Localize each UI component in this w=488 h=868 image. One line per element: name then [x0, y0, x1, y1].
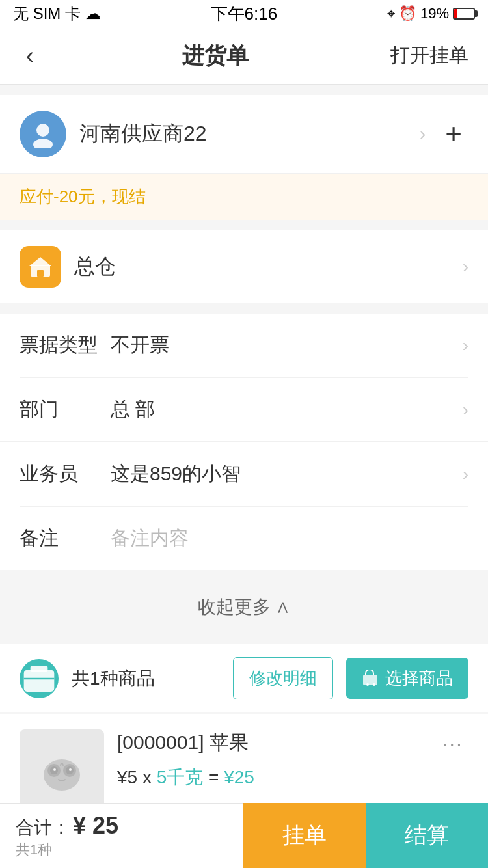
- price-multiply: x: [142, 767, 157, 787]
- svg-point-10: [373, 683, 375, 686]
- product-name: [0000001] 苹果: [117, 729, 424, 756]
- alarm-icon: ⏰: [399, 5, 416, 22]
- select-product-button[interactable]: 选择商品: [346, 658, 468, 699]
- supplier-chevron-icon: ›: [420, 124, 426, 144]
- svg-point-0: [36, 124, 49, 137]
- svg-rect-4: [37, 270, 44, 277]
- total-sub: 共1种: [16, 840, 228, 860]
- battery-icon: [453, 8, 475, 20]
- supplier-section: 河南供应商22 › + 应付-20元，现结: [0, 95, 488, 220]
- supplier-avatar: [20, 111, 66, 157]
- dept-value: 总 部: [111, 396, 463, 423]
- remark-row[interactable]: 备注 备注内容: [0, 507, 488, 570]
- product-quantity: 5千克: [157, 767, 204, 787]
- nav-bar: ‹ 进货单 打开挂单: [0, 27, 488, 85]
- product-title: 苹果: [210, 731, 249, 753]
- warehouse-chevron-icon: ›: [463, 256, 468, 277]
- status-bar: 无 SIM 卡 ☁ 下午6:16 ⌖ ⏰ 19%: [0, 0, 488, 27]
- svg-point-17: [69, 768, 72, 771]
- invoice-chevron-icon: ›: [463, 335, 468, 356]
- svg-point-9: [366, 683, 369, 686]
- status-left: 无 SIM 卡 ☁: [13, 3, 101, 24]
- warehouse-section[interactable]: 总仓 ›: [0, 230, 488, 303]
- select-product-label: 选择商品: [385, 667, 453, 690]
- invoice-label: 票据类型: [20, 332, 111, 359]
- form-section: 票据类型 不开票 › 部门 总 部 › 业务员 这是859的小智 › 备注 备注…: [0, 314, 488, 570]
- svg-point-16: [53, 768, 56, 771]
- dept-row[interactable]: 部门 总 部 ›: [0, 378, 488, 442]
- product-subtotal: ¥25: [224, 767, 254, 787]
- add-button[interactable]: +: [439, 120, 468, 148]
- salesman-row[interactable]: 业务员 这是859的小智 ›: [0, 442, 488, 506]
- product-header: 共1种商品 修改明细 选择商品: [0, 644, 488, 712]
- back-button[interactable]: ‹: [20, 36, 40, 76]
- dept-label: 部门: [20, 396, 111, 423]
- supplier-name: 河南供应商22: [79, 120, 420, 148]
- salesman-chevron-icon: ›: [463, 464, 468, 485]
- remark-placeholder: 备注内容: [111, 525, 468, 552]
- warehouse-icon: [20, 246, 61, 288]
- remark-label: 备注: [20, 525, 111, 552]
- salesman-label: 业务员: [20, 461, 111, 487]
- product-price-row: ¥5 x 5千克 = ¥25: [117, 765, 424, 790]
- svg-rect-8: [363, 675, 377, 685]
- invoice-value: 不开票: [111, 332, 463, 359]
- pending-button[interactable]: 挂单: [243, 803, 366, 868]
- footer-total: 合计： ¥ 25 共1种: [0, 803, 243, 868]
- svg-point-11: [44, 759, 80, 791]
- product-count: 共1种商品: [72, 666, 220, 691]
- location-icon: ⌖: [387, 5, 395, 22]
- svg-marker-3: [29, 257, 51, 266]
- product-thumbnail: [20, 729, 104, 814]
- product-code: [0000001]: [117, 731, 204, 753]
- salesman-value: 这是859的小智: [111, 461, 463, 487]
- product-info: [0000001] 苹果 ¥5 x 5千克 = ¥25: [117, 729, 424, 790]
- invoice-row[interactable]: 票据类型 不开票 ›: [0, 314, 488, 377]
- page-title: 进货单: [182, 41, 249, 71]
- cart-icon: [362, 670, 380, 688]
- notice-bar: 应付-20元，现结: [0, 174, 488, 220]
- svg-point-1: [33, 139, 53, 148]
- product-icon: [20, 659, 59, 698]
- svg-rect-6: [31, 666, 48, 672]
- svg-rect-5: [24, 670, 55, 691]
- collapse-button[interactable]: 收起更多 ∧: [0, 580, 488, 634]
- total-label: 合计：: [16, 815, 70, 840]
- unit-price: ¥5: [117, 767, 137, 787]
- supplier-row[interactable]: 河南供应商22 › +: [0, 95, 488, 174]
- open-pending-button[interactable]: 打开挂单: [390, 42, 468, 69]
- owl-logo: [36, 746, 88, 798]
- footer: 合计： ¥ 25 共1种 挂单 结算: [0, 803, 488, 868]
- battery-text: 19%: [420, 5, 449, 22]
- signal-text: 无 SIM 卡 ☁: [13, 3, 101, 24]
- warehouse-name: 总仓: [74, 252, 463, 281]
- total-amount: ¥ 25: [73, 812, 118, 839]
- edit-detail-button[interactable]: 修改明细: [233, 657, 333, 699]
- status-right: ⌖ ⏰ 19%: [387, 5, 475, 22]
- dept-chevron-icon: ›: [463, 400, 468, 420]
- settle-button[interactable]: 结算: [366, 803, 488, 868]
- product-more-button[interactable]: ···: [437, 729, 468, 759]
- price-equals: =: [208, 767, 224, 787]
- status-time: 下午6:16: [211, 3, 278, 25]
